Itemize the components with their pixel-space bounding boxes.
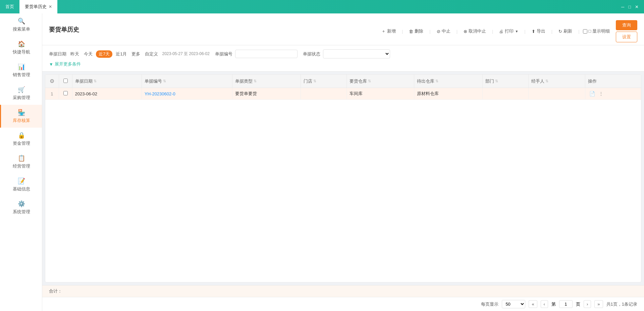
cancel-stop-label: 取消中止 (469, 28, 486, 34)
top-right-controls: ─ □ ✕ (621, 4, 644, 9)
divider-4: | (492, 29, 493, 34)
stop-button[interactable]: ⊘ 中止 (434, 27, 453, 36)
export-icon: ⬆ (532, 29, 535, 34)
sidebar-item-search-menu[interactable]: 🔍 搜索菜单 (0, 13, 42, 36)
system-icon: ⚙️ (18, 200, 25, 208)
display-detail-checkbox[interactable] (583, 29, 587, 34)
shortcut-1month[interactable]: 近1月 (114, 50, 128, 58)
sidebar-item-inventory[interactable]: 🏪 库存核算 (0, 105, 42, 128)
window-minimize-icon[interactable]: ─ (621, 4, 624, 9)
delete-icon: 🗑 (409, 29, 413, 34)
refresh-button[interactable]: ↻ 刷新 (556, 27, 575, 36)
total-info: 共1页，1条记录 (606, 301, 637, 307)
page-size-select[interactable]: 50 10 20 100 (502, 300, 525, 308)
sort-date-icon[interactable]: ⇅ (94, 79, 97, 83)
row-edit-icon[interactable]: 📄 (588, 90, 596, 97)
sort-store-icon[interactable]: ⇅ (313, 79, 316, 83)
cancel-stop-icon: ⊗ (464, 29, 467, 34)
print-label: 打印 (505, 28, 514, 34)
sort-number-icon[interactable]: ⇅ (163, 79, 166, 83)
export-button[interactable]: ⬆ 导出 (529, 27, 548, 36)
table-footer: 合计： (42, 285, 644, 297)
first-page-button[interactable]: « (529, 300, 537, 308)
display-detail-button[interactable]: □ 显示明细 (583, 28, 610, 34)
th-store-label: 门店 (304, 78, 312, 84)
content-area: 要货单历史 ＋ 新增 | 🗑 删除 | ⊘ 中止 (42, 13, 644, 311)
print-button[interactable]: 🖨 打印 ▼ (496, 27, 521, 36)
th-req-warehouse: 要货仓库 ⇅ (346, 75, 414, 88)
sidebar-item-finance[interactable]: 🔒 资金管理 (0, 128, 42, 150)
tab-requisition-history[interactable]: 要货单历史 ✕ (19, 0, 57, 13)
sort-handler-icon[interactable]: ⇅ (545, 79, 548, 83)
filter-date: 单据日期 昨天 今天 近7天 近1月 更多 自定义 2023-05-27 至 2… (49, 50, 210, 58)
th-number-label: 单据编号 (145, 78, 162, 84)
last-page-button[interactable]: » (594, 300, 603, 308)
sidebar-item-sales[interactable]: 📊 销售管理 (0, 59, 42, 82)
tab-close-icon[interactable]: ✕ (49, 4, 52, 9)
row-checkbox[interactable] (63, 91, 68, 95)
row-handler (528, 88, 585, 100)
page-title: 要货单历史 (49, 26, 79, 34)
top-bar: 首页 要货单历史 ✕ ─ □ ✕ (0, 0, 644, 13)
row-number-link[interactable]: YH-20230602-0 (145, 91, 175, 96)
doc-number-label: 单据编号 (215, 51, 232, 57)
filter-doc-number: 单据编号 (215, 50, 298, 58)
print-dropdown-icon: ▼ (515, 30, 518, 33)
divider-7: | (578, 29, 579, 34)
doc-number-input[interactable] (235, 50, 298, 58)
query-button[interactable]: 查询 (616, 20, 637, 30)
sidebar-item-basic-info[interactable]: 📝 基础信息 (0, 173, 42, 196)
filter-status: 单据状态 (303, 49, 390, 58)
tab-home[interactable]: 首页 (0, 0, 19, 13)
sidebar-item-purchase[interactable]: 🛒 采购管理 (0, 82, 42, 105)
page-number-input[interactable] (559, 300, 573, 308)
window-maximize-icon[interactable]: □ (628, 4, 631, 9)
th-date: 单据日期 ⇅ (72, 75, 142, 88)
cancel-stop-button[interactable]: ⊗ 取消中止 (461, 27, 489, 36)
sort-req-warehouse-icon[interactable]: ⇅ (368, 79, 371, 83)
expand-label: 展开更多条件 (55, 61, 81, 67)
row-req-warehouse: 车间库 (346, 88, 414, 100)
shortcut-7days[interactable]: 近7天 (96, 50, 112, 58)
quick-nav-icon: 🏠 (18, 40, 25, 48)
prev-page-button[interactable]: ‹ (541, 300, 548, 308)
table-settings-icon[interactable]: ⚙ (50, 78, 54, 84)
th-action-label: 操作 (588, 79, 597, 84)
th-pending-warehouse: 待出仓库 ⇅ (414, 75, 483, 88)
settings-button[interactable]: 设置 (616, 32, 637, 42)
date-range-display: 2023-05-27 至 2023-06-02 (162, 51, 209, 57)
shortcut-custom[interactable]: 自定义 (144, 50, 159, 58)
row-number: YH-20230602-0 (142, 88, 232, 100)
basic-info-icon: 📝 (18, 177, 25, 185)
th-req-warehouse-label: 要货仓库 (350, 78, 367, 84)
shortcut-more[interactable]: 更多 (130, 50, 142, 58)
sort-pending-warehouse-icon[interactable]: ⇅ (435, 79, 438, 83)
expand-more-button[interactable]: ▼ 展开更多条件 (49, 61, 637, 67)
window-close-icon[interactable]: ✕ (635, 4, 639, 9)
shortcut-today[interactable]: 今天 (83, 50, 94, 58)
row-more-icon[interactable]: ⋮ (597, 90, 605, 97)
sidebar-item-operations[interactable]: 📋 经营管理 (0, 150, 42, 173)
sidebar-label-sales: 销售管理 (13, 72, 30, 78)
refresh-icon: ↻ (558, 29, 562, 34)
th-checkbox (59, 75, 72, 88)
sort-department-icon[interactable]: ⇅ (495, 79, 498, 83)
select-all-checkbox[interactable] (63, 79, 68, 83)
sidebar-item-system[interactable]: ⚙️ 系统管理 (0, 196, 42, 219)
sales-icon: 📊 (18, 63, 25, 71)
shortcut-yesterday[interactable]: 昨天 (69, 50, 80, 58)
th-type: 单据类型 ⇅ (232, 75, 301, 88)
th-number: 单据编号 ⇅ (142, 75, 232, 88)
sidebar-item-quick-nav[interactable]: 🏠 快捷导航 (0, 36, 42, 59)
toolbar: ＋ 新增 | 🗑 删除 | ⊘ 中止 | ⊗ (379, 17, 637, 45)
requisition-table: ⚙ 单据日期 ⇅ 单据编号 (45, 75, 641, 100)
sort-type-icon[interactable]: ⇅ (254, 79, 257, 83)
date-filter-label: 单据日期 (49, 51, 66, 57)
new-button[interactable]: ＋ 新增 (379, 27, 398, 36)
next-page-button[interactable]: › (584, 300, 591, 308)
delete-button[interactable]: 🗑 删除 (406, 27, 426, 36)
sidebar-label-operations: 经营管理 (13, 163, 30, 169)
purchase-icon: 🛒 (18, 86, 25, 93)
table-header-row: ⚙ 单据日期 ⇅ 单据编号 (45, 75, 641, 88)
status-select[interactable] (323, 49, 390, 58)
